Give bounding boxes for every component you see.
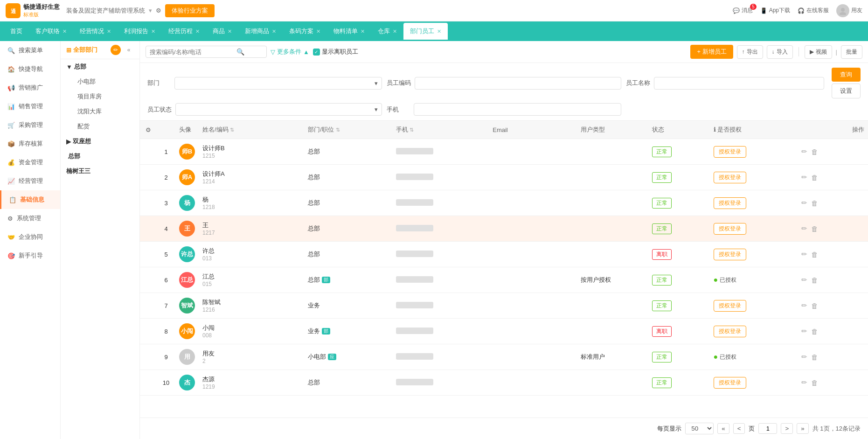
th-name[interactable]: 姓名/编码 ⇅ xyxy=(199,121,304,139)
sidebar-item-nav[interactable]: 🏠 快捷导航 xyxy=(0,60,60,78)
tab-employees[interactable]: 部门员工 ✕ xyxy=(403,23,448,40)
edit-icon[interactable]: ✏ xyxy=(801,327,807,335)
close-icon[interactable]: ✕ xyxy=(316,28,320,35)
edit-icon[interactable]: ✏ xyxy=(801,173,807,181)
edit-icon[interactable]: ✏ xyxy=(801,378,807,387)
collapse-dept-icon[interactable]: « xyxy=(124,45,134,55)
dept-group-shuangzuoxiang[interactable]: ▶ 双座想 xyxy=(61,134,139,149)
tab-profit[interactable]: 利润报告 ✕ xyxy=(118,23,162,40)
close-icon[interactable]: ✕ xyxy=(228,28,232,35)
sidebar-search[interactable]: 🔍 搜索菜单 xyxy=(0,41,60,60)
sidebar-item-basic-info[interactable]: 📋 基础信息 xyxy=(0,190,60,209)
close-icon[interactable]: ✕ xyxy=(437,28,441,35)
authorize-btn[interactable]: 授权登录 xyxy=(714,300,746,312)
authorize-btn[interactable]: 授权登录 xyxy=(714,326,746,337)
sort-phone-icon[interactable]: ⇅ xyxy=(410,127,414,132)
authorize-btn[interactable]: 授权登录 xyxy=(714,249,746,260)
close-icon[interactable]: ✕ xyxy=(151,28,155,35)
sidebar-item-business[interactable]: 📈 经营管理 xyxy=(0,172,60,190)
user-btn[interactable]: 用友 xyxy=(836,4,862,17)
sidebar-item-inventory[interactable]: 📦 库存核算 xyxy=(0,134,60,153)
edit-icon[interactable]: ✏ xyxy=(801,224,807,233)
tab-customer[interactable]: 客户联络 ✕ xyxy=(29,23,73,40)
edit-icon[interactable]: ✏ xyxy=(801,147,807,156)
dept-item-small-electric[interactable]: 小电部 xyxy=(68,74,139,89)
th-dept[interactable]: 部门/职位 ⇅ xyxy=(304,121,392,139)
sidebar-item-system[interactable]: ⚙ 系统管理 xyxy=(0,209,60,228)
close-icon[interactable]: ✕ xyxy=(361,28,365,35)
edit-icon[interactable]: ✏ xyxy=(801,199,807,207)
sidebar-item-sales[interactable]: 📊 销售管理 xyxy=(0,97,60,116)
last-page-btn[interactable]: » xyxy=(797,423,808,434)
dept-group-nanshu[interactable]: 楠树王三 xyxy=(61,164,139,179)
sidebar-item-purchase[interactable]: 🛒 采购管理 xyxy=(0,116,60,134)
page-number-input[interactable] xyxy=(758,423,777,434)
trial-button[interactable]: 体验行业方案 xyxy=(165,4,215,17)
online-service-btn[interactable]: 🎧 在线客服 xyxy=(798,7,829,14)
first-page-btn[interactable]: « xyxy=(717,423,729,434)
tab-warehouse[interactable]: 仓库 ✕ xyxy=(371,23,403,40)
emp-name-input[interactable] xyxy=(654,77,824,90)
authorize-btn[interactable]: 授权登录 xyxy=(714,377,746,389)
sort-name-icon[interactable]: ⇅ xyxy=(230,127,234,132)
dept-group-zongbu[interactable]: 总部 xyxy=(61,149,139,164)
tab-history[interactable]: 经营历程 ✕ xyxy=(162,23,206,40)
close-icon[interactable]: ✕ xyxy=(393,28,397,35)
authorize-btn[interactable]: 授权登录 xyxy=(714,146,746,158)
phone-input[interactable] xyxy=(414,103,621,116)
next-page-btn[interactable]: > xyxy=(781,423,793,434)
message-btn[interactable]: 💬 消息 5 xyxy=(733,7,753,14)
dept-item-shenyang[interactable]: 沈阳大库 xyxy=(68,104,139,119)
prev-page-btn[interactable]: < xyxy=(733,423,745,434)
tab-bom[interactable]: 物料清单 ✕ xyxy=(327,23,371,40)
th-settings[interactable]: ⚙ xyxy=(140,121,157,139)
search-box[interactable]: 🔍 xyxy=(146,46,267,58)
batch-button[interactable]: 批量 xyxy=(841,45,862,59)
tab-home[interactable]: 首页 xyxy=(4,23,29,40)
add-employee-button[interactable]: + 新增员工 xyxy=(690,45,733,59)
edit-icon[interactable]: ✏ xyxy=(801,250,807,258)
sidebar-item-guide[interactable]: 🎯 新手引导 xyxy=(0,246,60,265)
tab-business-status[interactable]: 经营情况 ✕ xyxy=(73,23,118,40)
sidebar-item-collab[interactable]: 🤝 企业协同 xyxy=(0,228,60,246)
delete-icon[interactable]: 🗑 xyxy=(811,353,818,361)
delete-icon[interactable]: 🗑 xyxy=(811,276,818,284)
close-icon[interactable]: ✕ xyxy=(62,28,67,35)
export-button[interactable]: ↑ 导出 xyxy=(737,45,763,59)
th-phone[interactable]: 手机 ⇅ xyxy=(392,121,489,139)
delete-icon[interactable]: 🗑 xyxy=(811,328,818,335)
show-departed-checkbox[interactable]: ✓ 显示离职员工 xyxy=(313,48,358,56)
delete-icon[interactable]: 🗑 xyxy=(811,379,818,387)
delete-icon[interactable]: 🗑 xyxy=(811,148,818,156)
edit-icon[interactable]: ✏ xyxy=(801,276,807,284)
app-download-btn[interactable]: 📱 App下载 xyxy=(760,7,790,14)
delete-icon[interactable]: 🗑 xyxy=(811,199,818,207)
dropdown-arrow-icon[interactable]: ▾ xyxy=(149,7,152,14)
edit-icon[interactable]: ✏ xyxy=(801,353,807,361)
dept-select[interactable]: ▾ xyxy=(174,77,382,90)
import-button[interactable]: ↓ 导入 xyxy=(767,45,793,59)
tab-barcode[interactable]: 条码方案 ✕ xyxy=(283,23,327,40)
sidebar-item-finance[interactable]: 💰 资金管理 xyxy=(0,153,60,172)
delete-icon[interactable]: 🗑 xyxy=(811,302,818,310)
edit-dept-icon[interactable]: ✏ xyxy=(111,45,121,55)
delete-icon[interactable]: 🗑 xyxy=(811,225,818,233)
video-button[interactable]: ▶ 视频 xyxy=(805,45,832,59)
tab-new-goods[interactable]: 新增商品 ✕ xyxy=(238,23,283,40)
search-input[interactable] xyxy=(150,49,234,56)
authorize-btn[interactable]: 授权登录 xyxy=(714,223,746,235)
dept-group-headquarters[interactable]: ▼ 总部 xyxy=(61,59,139,74)
close-icon[interactable]: ✕ xyxy=(195,28,200,35)
dept-item-project-storage[interactable]: 项目库房 xyxy=(68,89,139,104)
delete-icon[interactable]: 🗑 xyxy=(811,251,818,258)
authorize-btn[interactable]: 授权登录 xyxy=(714,172,746,183)
all-dept-btn[interactable]: ⊞ 全部部门 xyxy=(66,46,97,54)
close-icon[interactable]: ✕ xyxy=(107,28,111,35)
filter-settings-button[interactable]: 设置 xyxy=(832,84,861,98)
emp-status-select[interactable]: ▾ xyxy=(175,103,382,116)
more-filter-btn[interactable]: ▽ 更多条件 ▲ xyxy=(271,48,309,56)
search-button[interactable]: 查询 xyxy=(832,68,861,82)
close-icon[interactable]: ✕ xyxy=(272,28,276,35)
per-page-select[interactable]: 50 100 xyxy=(685,423,714,434)
sort-dept-icon[interactable]: ⇅ xyxy=(336,127,340,132)
